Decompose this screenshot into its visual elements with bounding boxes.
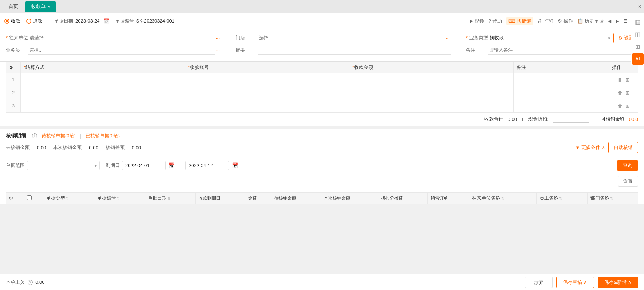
row-3-account[interactable] <box>185 99 349 113</box>
row-2-settlement[interactable] <box>21 86 185 99</box>
date-from-input[interactable] <box>122 161 166 170</box>
save-new-btn[interactable]: 保存&新增 ∧ <box>598 277 638 288</box>
date-to-input[interactable] <box>185 161 229 170</box>
calendar-icon[interactable]: 📅 <box>103 18 109 24</box>
select-all-checkbox[interactable] <box>27 195 32 200</box>
remark-input[interactable] <box>488 46 638 55</box>
tab-close-icon[interactable]: × <box>48 4 50 9</box>
sidebar-icon-table[interactable]: ▦ <box>632 16 644 28</box>
row-2-remark[interactable] <box>514 86 609 99</box>
sidebar-icon-doc[interactable]: ◫ <box>632 28 644 40</box>
settings-gear-icon: ⚙ <box>618 35 623 41</box>
total-value: 0.00 <box>508 117 517 122</box>
row-3-settlement[interactable] <box>21 99 185 113</box>
tab-active[interactable]: 收款单 × <box>25 1 56 12</box>
stat-value: 0.00 <box>35 279 44 285</box>
row-1-account[interactable] <box>185 73 349 86</box>
row-1-remark[interactable] <box>514 73 609 86</box>
netamount-value: 0.00 <box>629 117 638 122</box>
number-value[interactable]: SK-20230324-001 <box>136 18 175 24</box>
salesman-field: 业务员 ··· <box>6 46 221 55</box>
bth-settings[interactable]: ⚙ <box>6 193 24 204</box>
done-tab[interactable]: 已核销单据(0笔) <box>86 133 120 139</box>
salesman-more-btn[interactable]: ··· <box>215 48 221 53</box>
auto-clear-btn[interactable]: 自动核销 <box>608 142 638 153</box>
video-btn[interactable]: ▶ 视频 <box>470 18 484 24</box>
biz-type-input[interactable] <box>488 34 608 42</box>
date-value[interactable]: 2023-03-24 <box>75 18 100 24</box>
row-1-settlement[interactable] <box>21 73 185 86</box>
help-btn[interactable]: ? 帮助 <box>488 18 502 24</box>
print-icon: 🖨 <box>538 18 542 24</box>
operation-btn[interactable]: ⚙ 操作 <box>558 18 573 24</box>
tab-active-label: 收款单 <box>31 3 46 10</box>
bottom-table-wrap: ⚙ 单据类型⇅ 单据编号⇅ 单据日期⇅ 收款到期日 金额 待核销金额 本次核销金… <box>0 192 644 204</box>
row-1-delete-icon[interactable]: 🗑 <box>617 77 623 83</box>
discard-btn[interactable]: 放弃 <box>525 277 553 288</box>
more-conditions-label: 更多条件 <box>581 144 600 151</box>
discount-input[interactable] <box>553 115 589 123</box>
row-2-copy-icon[interactable]: ⊞ <box>625 90 630 96</box>
video-label: 视频 <box>475 18 484 24</box>
th-settlement: *结算方式 <box>21 62 185 73</box>
biz-type-dropdown-icon[interactable]: ▾ <box>608 35 610 41</box>
window-close-icon[interactable]: × <box>638 4 641 9</box>
row-2-amount[interactable] <box>349 86 514 99</box>
table-settings-btn[interactable]: 设置 <box>618 176 638 187</box>
stat-info-icon[interactable]: ? <box>28 280 33 285</box>
store-input[interactable] <box>258 34 444 42</box>
history-btn[interactable]: 📋 历史单据 <box>577 18 604 24</box>
row-3-remark[interactable] <box>514 99 609 113</box>
type-sort-icon[interactable]: ⇅ <box>66 196 69 200</box>
dept-sort-icon[interactable]: ⇅ <box>610 196 613 200</box>
radio-income-dot <box>4 19 9 24</box>
date-label: 单据日期 <box>54 18 73 24</box>
verify-info-icon[interactable]: i <box>32 133 37 138</box>
sidebar-icon-attach[interactable]: ⊞ <box>632 41 644 52</box>
pending-tab[interactable]: 待核销单据(0笔) <box>42 133 76 139</box>
row-3-copy-icon[interactable]: ⊞ <box>625 103 630 109</box>
date-from-icon[interactable]: 📅 <box>169 162 175 168</box>
window-maximize-icon[interactable]: □ <box>632 4 635 9</box>
counterpart-sort-icon[interactable]: ⇅ <box>501 196 504 200</box>
date-sort-icon[interactable]: ⇅ <box>168 196 170 200</box>
tab-home[interactable]: 首页 <box>3 1 24 12</box>
salesman-input[interactable] <box>28 46 215 55</box>
employee-sort-icon[interactable]: ⇅ <box>559 196 562 200</box>
date-to-icon[interactable]: 📅 <box>232 162 238 168</box>
nav-next-btn[interactable]: ▶ <box>616 19 619 24</box>
sidebar-icon-ai[interactable]: Ai <box>632 53 644 65</box>
bth-date: 单据日期⇅ <box>145 193 195 204</box>
query-btn-group: 查询 <box>617 160 638 171</box>
table-settings-th[interactable]: ⚙ <box>6 62 21 73</box>
more-conditions-btn[interactable]: ▼ 更多条件 ∧ <box>575 144 605 151</box>
shortcut-btn[interactable]: ⌨ 快捷键 <box>506 17 533 25</box>
radio-group: 收款 退款 <box>4 18 42 24</box>
window-minimize-icon[interactable]: — <box>624 4 629 9</box>
query-btn[interactable]: 查询 <box>617 160 638 171</box>
nav-prev-btn[interactable]: ◀ <box>608 19 611 24</box>
store-more-btn[interactable]: ··· <box>444 35 451 41</box>
summary-input[interactable] <box>258 46 451 55</box>
radio-refund[interactable]: 退款 <box>26 18 42 24</box>
plus-sign: + <box>521 117 524 122</box>
verify-title-text: 核销明细 <box>6 133 26 139</box>
range-select[interactable] <box>27 161 100 170</box>
save-draft-btn[interactable]: 保存草稿 ∧ <box>556 277 594 288</box>
tab-sep: | <box>80 133 81 139</box>
radio-income[interactable]: 收款 <box>4 18 20 24</box>
number-sort-icon[interactable]: ⇅ <box>117 196 120 200</box>
row-1-amount[interactable] <box>349 73 514 86</box>
row-3-amount[interactable] <box>349 99 514 113</box>
counterpart-input[interactable] <box>28 34 215 42</box>
row-2-account[interactable] <box>185 86 349 99</box>
shortcut-label: 快捷键 <box>517 18 531 24</box>
row-3-delete-icon[interactable]: 🗑 <box>617 103 623 109</box>
unverified-val: 0.00 <box>37 145 46 150</box>
row-2-delete-icon[interactable]: 🗑 <box>617 90 623 96</box>
print-btn[interactable]: 🖨 打印 <box>538 18 553 24</box>
verify-actions-right: ▼ 更多条件 ∧ 自动核销 <box>575 142 638 153</box>
counterpart-more-btn[interactable]: ··· <box>215 35 221 41</box>
row-1-copy-icon[interactable]: ⊞ <box>625 77 630 83</box>
list-view-btn[interactable]: ☰ <box>623 19 627 24</box>
